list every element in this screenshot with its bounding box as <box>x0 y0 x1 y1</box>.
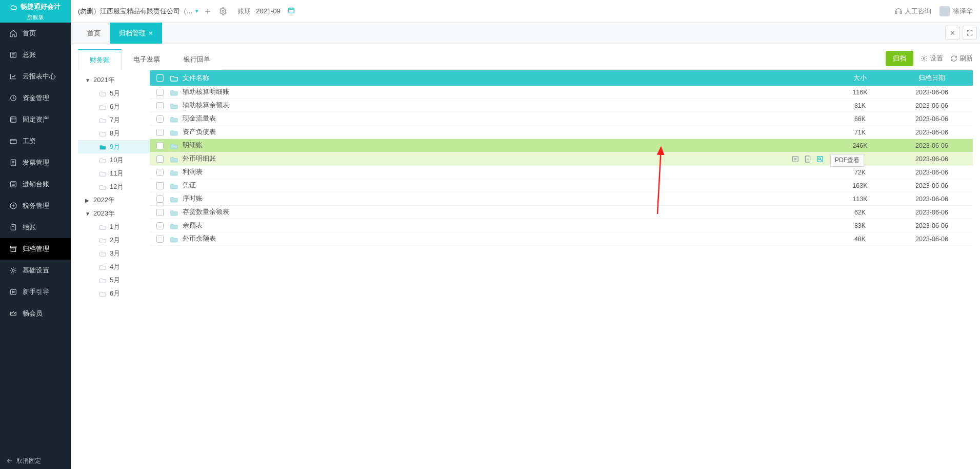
row-checkbox[interactable] <box>156 222 164 229</box>
tab-home[interactable]: 首页 <box>78 23 110 44</box>
folder-icon <box>170 74 178 82</box>
tree-month-label: 4月 <box>110 262 120 271</box>
export-pdf-icon[interactable] <box>804 155 812 163</box>
folder-icon <box>99 170 107 177</box>
settings-link[interactable]: 设置 <box>921 54 943 63</box>
tree-month[interactable]: 8月 <box>78 127 150 140</box>
unpin-sidebar[interactable]: 取消固定 <box>0 453 71 469</box>
folder-icon <box>99 277 107 283</box>
table-row[interactable]: 辅助核算明细账116K2023-06-06 <box>150 86 973 99</box>
sidebar-item-psi[interactable]: 进销台账 <box>0 173 71 195</box>
tree-month[interactable]: 4月 <box>78 260 150 273</box>
tree-month[interactable]: 5月 <box>78 87 150 100</box>
row-checkbox[interactable] <box>156 129 164 136</box>
row-checkbox[interactable] <box>156 182 164 189</box>
table-row[interactable]: 序时账113K2023-06-06 <box>150 192 973 206</box>
select-all-checkbox[interactable] <box>156 74 164 82</box>
table-row[interactable]: 明细账246K2023-06-06 <box>150 139 973 152</box>
sidebar-item-label: 税务管理 <box>23 201 49 210</box>
folder-icon <box>170 102 178 109</box>
row-checkbox[interactable] <box>156 236 164 243</box>
tree-month[interactable]: 6月 <box>78 287 150 300</box>
support-link[interactable]: 人工咨询 <box>894 7 931 16</box>
table-row[interactable]: 现金流量表66K2023-06-06 <box>150 112 973 126</box>
sidebar-item-salary[interactable]: 工资 <box>0 130 71 152</box>
table-row[interactable]: 辅助核算余额表81K2023-06-06 <box>150 99 973 112</box>
table-row[interactable]: 存货数量余额表62K2023-06-06 <box>150 206 973 219</box>
export-excel-icon[interactable] <box>791 155 799 163</box>
archive-date: 2023-06-06 <box>891 222 973 229</box>
file-size: 72K <box>829 169 891 176</box>
row-checkbox[interactable] <box>156 209 164 216</box>
row-checkbox[interactable] <box>156 142 164 149</box>
tree-month[interactable]: 9月 <box>78 140 150 153</box>
user-menu[interactable]: 徐泽华 <box>939 6 973 16</box>
sidebar-item-home[interactable]: 首页 <box>0 23 71 44</box>
sidebar-item-tax[interactable]: 税务管理 <box>0 195 71 217</box>
tree-month[interactable]: 11月 <box>78 167 150 180</box>
sidebar-item-ledger[interactable]: 总账 <box>0 44 71 66</box>
tree-month[interactable]: 5月 <box>78 273 150 287</box>
tree-month[interactable]: 7月 <box>78 113 150 127</box>
file-size: 246K <box>829 142 891 149</box>
sidebar-item-archive[interactable]: 归档管理 <box>0 238 71 260</box>
sidebar-item-closing[interactable]: 结账 <box>0 217 71 238</box>
table-row[interactable]: 利润表72K2023-06-06 <box>150 166 973 179</box>
pdf-view-icon[interactable] <box>816 155 824 163</box>
grid-header: 文件名称 大小 归档日期 <box>150 70 973 86</box>
tree-month[interactable]: 1月 <box>78 220 150 233</box>
calendar-icon[interactable] <box>288 7 295 15</box>
sidebar-item-invoice[interactable]: 发票管理 <box>0 152 71 173</box>
archive-button[interactable]: 归档 <box>886 51 913 66</box>
subtab-einv[interactable]: 电子发票 <box>122 49 172 70</box>
refresh-link[interactable]: 刷新 <box>950 54 973 63</box>
tab-label: 首页 <box>87 29 101 38</box>
row-checkbox[interactable] <box>156 115 164 123</box>
tree-month[interactable]: 3月 <box>78 247 150 260</box>
tree-year-2021[interactable]: ▼2021年 <box>78 73 150 87</box>
company-selector[interactable]: (勿删）江西服宝精品有限责任公司（... ▾ <box>78 7 198 16</box>
sidebar-item-funds[interactable]: 资金管理 <box>0 87 71 109</box>
subtab-bank[interactable]: 银行回单 <box>172 49 222 70</box>
tax-icon <box>9 202 17 210</box>
row-checkbox[interactable] <box>156 196 164 203</box>
sidebar-item-vip[interactable]: 畅会员 <box>0 303 71 324</box>
table-row[interactable]: 资产负债表71K2023-06-06 <box>150 126 973 139</box>
tree-month[interactable]: 10月 <box>78 153 150 167</box>
sidebar-item-settings[interactable]: 基础设置 <box>0 260 71 281</box>
tree-year-2022[interactable]: ▶2022年 <box>78 193 150 207</box>
folder-icon <box>170 222 178 229</box>
close-tab-button[interactable]: ✕ <box>945 26 959 40</box>
folder-icon <box>99 264 107 270</box>
archive-icon <box>9 245 17 253</box>
table-row[interactable]: 凭证163K2023-06-06 <box>150 179 973 192</box>
svg-rect-3 <box>10 140 16 144</box>
sidebar-item-reports[interactable]: 云报表中心 <box>0 66 71 87</box>
tree-month[interactable]: 2月 <box>78 233 150 247</box>
table-row[interactable]: 余额表83K2023-06-06 <box>150 219 973 232</box>
sidebar-item-guide[interactable]: 新手引导 <box>0 281 71 303</box>
fullscreen-button[interactable] <box>963 26 977 40</box>
sidebar-item-assets[interactable]: 固定资产 <box>0 109 71 130</box>
svg-marker-12 <box>13 291 15 293</box>
tab-archive[interactable]: 归档管理× <box>110 23 162 44</box>
tree-month-label: 3月 <box>110 249 120 258</box>
table-row[interactable]: 外币明细账PDF查看5K2023-06-06 <box>150 152 973 166</box>
gear-icon[interactable] <box>219 7 227 15</box>
table-row[interactable]: 外币余额表48K2023-06-06 <box>150 232 973 246</box>
row-checkbox[interactable] <box>156 155 164 163</box>
plus-icon[interactable] <box>204 7 212 15</box>
tree-month[interactable]: 6月 <box>78 100 150 113</box>
row-checkbox[interactable] <box>156 102 164 109</box>
tree-month[interactable]: 12月 <box>78 180 150 193</box>
row-checkbox[interactable] <box>156 169 164 176</box>
tree-month-label: 9月 <box>110 142 120 151</box>
tree-year-2023[interactable]: ▼2023年 <box>78 207 150 220</box>
sidebar-item-label: 进销台账 <box>23 180 49 189</box>
subtab-fin[interactable]: 财务账 <box>78 49 122 70</box>
sidebar-item-label: 发票管理 <box>23 158 49 167</box>
period-value[interactable]: 2021-09 <box>256 7 281 15</box>
row-checkbox[interactable] <box>156 89 164 96</box>
file-name: 利润表 <box>183 168 203 177</box>
close-icon[interactable]: × <box>149 29 153 37</box>
